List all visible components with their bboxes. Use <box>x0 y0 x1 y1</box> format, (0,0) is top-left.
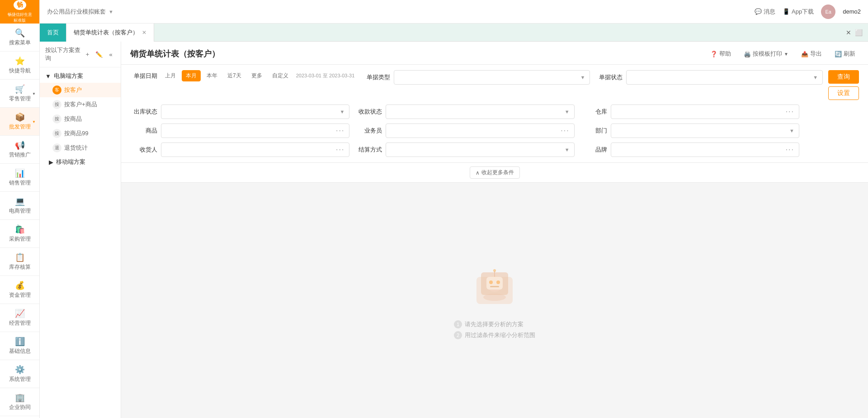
page-title: 销货单统计表（按客户） <box>130 48 220 59</box>
sidebar-item-wholesale[interactable]: 📦 批发管理 <box>0 108 39 136</box>
date-label: 单据日期 <box>130 72 157 80</box>
avatar[interactable]: Ea <box>821 5 835 19</box>
query-button[interactable]: 查询 <box>828 70 859 84</box>
tree-item-by-goods-99[interactable]: 按 按商品99 <box>40 126 121 141</box>
tab-home[interactable]: 首页 <box>40 24 66 42</box>
date-btn-more[interactable]: 更多 <box>247 70 266 81</box>
sidebar-item-retail[interactable]: 🛒 零售管理 <box>0 80 39 108</box>
status-dropdown[interactable]: ▼ <box>626 70 823 85</box>
staff-input[interactable]: ··· <box>386 124 574 138</box>
collect-status-dropdown[interactable]: ▼ <box>386 104 574 119</box>
date-btn-7days[interactable]: 近7天 <box>223 70 245 81</box>
sidebar-item-marketing[interactable]: 📢 营销推广 <box>0 136 39 164</box>
out-status-label: 出库状态 <box>130 108 157 116</box>
tree-item-by-goods[interactable]: 按 按商品 <box>40 112 121 126</box>
main-area: 办公用品行业模拟账套 ▼ 💬 消息 📱 App下载 Ea demo2 首页 销货… <box>40 0 868 418</box>
tree-group-mobile[interactable]: ▶ 移动端方案 <box>40 155 121 169</box>
page-actions: ❓ 帮助 🖨️ 按模板打印 ▼ 📤 导出 🔄 刷新 <box>707 48 859 60</box>
sidebar-item-ecommerce[interactable]: 💻 电商管理 <box>0 192 39 220</box>
tree-item-label: 按客户+商品 <box>64 100 97 109</box>
filter-row-4: 收货人 ··· 结算方式 ▼ 品牌 ··· <box>130 142 859 157</box>
sidebar-item-enterprise[interactable]: 🏢 企业协同 <box>0 388 39 416</box>
filter-collect-status: 收款状态 ▼ <box>355 104 574 119</box>
window-maximize-btn[interactable]: ⬜ <box>855 29 863 36</box>
filter-brand: 品牌 ··· <box>580 142 799 157</box>
sidebar-item-finance[interactable]: 💰 资金管理 <box>0 276 39 304</box>
sidebar-item-basic[interactable]: ℹ️ 基础信息 <box>0 332 39 360</box>
tip-num-2: 2 <box>454 331 462 339</box>
filter-out-status: 出库状态 ▼ <box>130 104 349 119</box>
edit-scheme-btn[interactable]: ✏️ <box>94 50 104 59</box>
warehouse-input[interactable]: ··· <box>611 104 799 119</box>
message-btn[interactable]: 💬 消息 <box>755 8 775 16</box>
sidebar-item-sales[interactable]: 📊 销售管理 <box>0 164 39 192</box>
add-scheme-btn[interactable]: ＋ <box>83 50 92 59</box>
sidebar: 畅 畅捷信好生意 标准版 🔍 搜索菜单 ⭐ 快捷导航 🛒 零售管理 📦 批发管理… <box>0 0 40 418</box>
empty-tip-1: 1 请先选择要分析的方案 <box>454 320 535 328</box>
collapse-btn[interactable]: ∧ 收起更多条件 <box>470 166 520 179</box>
sidebar-item-inventory[interactable]: 📋 库存核算 <box>0 248 39 276</box>
filter-goods: 商品 ··· <box>130 124 349 138</box>
sidebar-item-label: 搜索菜单 <box>9 39 31 47</box>
help-btn[interactable]: ❓ 帮助 <box>707 48 735 60</box>
app-download-icon: 📱 <box>783 8 790 15</box>
marketing-icon: 📢 <box>15 140 25 150</box>
svg-point-9 <box>493 269 496 272</box>
settings-button[interactable]: 设置 <box>828 86 859 100</box>
system-icon: ⚙️ <box>15 365 25 375</box>
empty-state: 1 请先选择要分析的方案 2 用过滤条件来缩小分析范围 <box>121 183 868 418</box>
sidebar-item-label: 电商管理 <box>9 207 31 215</box>
window-close-btn[interactable]: ✕ <box>846 29 851 36</box>
tab-sales-stats[interactable]: 销货单统计表（按客户） ✕ <box>66 24 154 42</box>
sidebar-item-quick-nav[interactable]: ⭐ 快捷导航 <box>0 52 39 80</box>
dept-dropdown[interactable]: ▼ <box>611 124 799 138</box>
svg-point-5 <box>489 280 493 284</box>
ecommerce-icon: 💻 <box>15 196 25 206</box>
tree-group-desktop[interactable]: ▼ 电脑端方案 <box>40 69 121 83</box>
tree-item-by-customer-goods[interactable]: 按 按客户+商品 <box>40 97 121 112</box>
date-btn-prev-month[interactable]: 上月 <box>161 70 180 81</box>
refresh-btn[interactable]: 🔄 刷新 <box>831 48 859 60</box>
goods-input[interactable]: ··· <box>161 124 349 138</box>
finance-icon: 💰 <box>15 280 25 290</box>
right-panel: 销货单统计表（按客户） ❓ 帮助 🖨️ 按模板打印 ▼ 📤 导出 <box>121 42 868 418</box>
header-dropdown-icon[interactable]: ▼ <box>108 9 113 14</box>
svg-point-6 <box>496 280 500 284</box>
settle-dropdown[interactable]: ▼ <box>386 142 574 157</box>
export-btn[interactable]: 📤 导出 <box>797 48 826 60</box>
brand-input[interactable]: ··· <box>611 142 799 157</box>
tab-close-icon[interactable]: ✕ <box>142 29 146 36</box>
sidebar-item-system[interactable]: ⚙️ 系统管理 <box>0 360 39 388</box>
date-btn-this-month[interactable]: 本月 <box>182 70 201 81</box>
sidebar-item-search-menu[interactable]: 🔍 搜索菜单 <box>0 24 39 52</box>
app-download-btn[interactable]: 📱 App下载 <box>783 8 814 16</box>
date-shortcuts: 上月 本月 本年 近7天 更多 自定义 2023-03-01 至 2023-03… <box>161 70 354 81</box>
tree-item-by-customer[interactable]: 客 按客户 <box>40 83 121 97</box>
sidebar-item-label: 零售管理 <box>9 95 31 103</box>
sidebar-item-operations[interactable]: 📈 经营管理 <box>0 304 39 332</box>
out-status-arrow: ▼ <box>340 109 344 114</box>
out-status-dropdown[interactable]: ▼ <box>161 104 349 119</box>
receiver-input[interactable]: ··· <box>161 142 349 157</box>
type-dropdown[interactable]: ▼ <box>394 70 590 85</box>
filter-receiver: 收货人 ··· <box>130 142 349 157</box>
goods-label: 商品 <box>130 127 157 135</box>
return-stats-icon: 退 <box>52 143 61 152</box>
collapse-panel-btn[interactable]: « <box>106 50 115 59</box>
warehouse-dots: ··· <box>786 108 794 116</box>
sidebar-item-purchase[interactable]: 🛍️ 采购管理 <box>0 220 39 248</box>
sidebar-item-newguide[interactable]: 🎯 新手引导 <box>0 416 39 418</box>
tab-sales-stats-label: 销货单统计表（按客户） <box>74 28 138 37</box>
tree-item-return-stats[interactable]: 退 退货统计 <box>40 141 121 155</box>
tree-item-label: 退货统计 <box>64 144 88 152</box>
filter-row-1: 单据日期 上月 本月 本年 近7天 更多 自定义 2023-03-01 至 20… <box>130 70 859 100</box>
date-btn-this-year[interactable]: 本年 <box>203 70 222 81</box>
template-print-icon: 🖨️ <box>744 51 751 57</box>
filter-row-3: 商品 ··· 业务员 ··· 部门 ▼ <box>130 124 859 138</box>
settle-arrow: ▼ <box>565 147 570 152</box>
date-btn-custom[interactable]: 自定义 <box>268 70 292 81</box>
template-print-btn[interactable]: 🖨️ 按模板打印 ▼ <box>740 48 792 60</box>
enterprise-icon: 🏢 <box>15 393 25 403</box>
empty-tips: 1 请先选择要分析的方案 2 用过滤条件来缩小分析范围 <box>454 320 535 342</box>
template-print-label: 按模板打印 <box>753 50 782 58</box>
